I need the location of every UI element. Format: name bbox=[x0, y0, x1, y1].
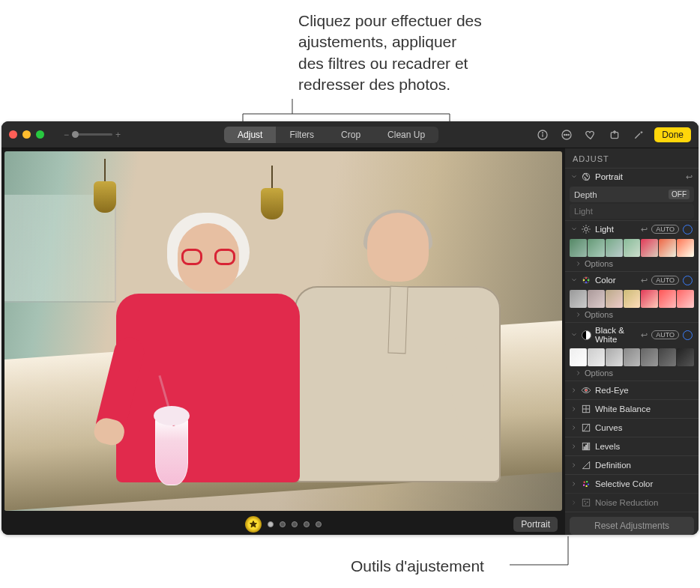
bw-thumbnails[interactable] bbox=[565, 347, 699, 368]
depth-value: OFF bbox=[669, 190, 690, 199]
zoom-track[interactable] bbox=[72, 133, 112, 136]
chevron-right-icon bbox=[571, 406, 577, 412]
section-label: Color bbox=[595, 276, 637, 285]
depth-row[interactable]: Depth OFF bbox=[570, 187, 694, 202]
enable-toggle[interactable] bbox=[683, 225, 693, 234]
chevron-right-icon bbox=[571, 387, 577, 393]
favorite-button[interactable] bbox=[582, 127, 599, 143]
section-header-portrait[interactable]: Portrait ↩ bbox=[565, 169, 699, 185]
reset-icon[interactable]: ↩ bbox=[641, 330, 648, 340]
fullscreen-window-button[interactable] bbox=[36, 130, 44, 139]
svg-point-39 bbox=[583, 485, 585, 486]
done-button[interactable]: Done bbox=[654, 127, 691, 142]
svg-point-42 bbox=[587, 502, 588, 503]
enhance-button[interactable] bbox=[630, 127, 647, 143]
tab-crop[interactable]: Crop bbox=[328, 127, 374, 143]
minimize-window-button[interactable] bbox=[22, 130, 31, 139]
variant-dot-5[interactable] bbox=[316, 521, 322, 527]
reset-adjustments-button[interactable]: Reset Adjustments bbox=[570, 517, 694, 535]
variant-dot-2[interactable] bbox=[280, 521, 286, 527]
triangle-icon bbox=[581, 460, 591, 470]
tab-filters[interactable]: Filters bbox=[276, 127, 328, 143]
levels-icon bbox=[581, 441, 591, 452]
chevron-down-icon bbox=[571, 277, 577, 283]
svg-marker-10 bbox=[250, 521, 257, 528]
auto-button[interactable]: AUTO bbox=[651, 276, 679, 285]
extensions-button[interactable] bbox=[606, 127, 623, 143]
row-redeye[interactable]: Red-Eye bbox=[565, 381, 699, 399]
svg-point-22 bbox=[585, 277, 587, 279]
chevron-right-icon bbox=[571, 462, 577, 468]
section-header-light[interactable]: Light ↩ AUTO bbox=[565, 221, 699, 237]
curves-icon bbox=[581, 422, 591, 433]
svg-point-35 bbox=[584, 482, 585, 483]
noise-icon bbox=[581, 497, 591, 508]
chevron-right-icon bbox=[576, 261, 582, 267]
tab-cleanup[interactable]: Clean Up bbox=[374, 127, 438, 143]
auto-button[interactable]: AUTO bbox=[651, 225, 679, 234]
reset-icon[interactable]: ↩ bbox=[641, 276, 648, 285]
window-controls bbox=[9, 130, 44, 139]
reset-icon[interactable]: ↩ bbox=[641, 225, 648, 234]
svg-rect-33 bbox=[585, 445, 586, 449]
half-circle-icon bbox=[581, 330, 591, 340]
svg-rect-34 bbox=[588, 444, 588, 450]
variant-dot-1[interactable] bbox=[268, 521, 274, 527]
photo-preview[interactable] bbox=[4, 151, 562, 511]
photo-canvas: Portrait bbox=[1, 148, 565, 535]
options-label: Options bbox=[585, 310, 613, 319]
auto-button[interactable]: AUTO bbox=[651, 330, 679, 339]
row-label: Selective Color bbox=[595, 479, 693, 488]
window-body: Portrait ADJUST Portrait ↩ Depth OFF Li bbox=[1, 148, 699, 535]
chevron-down-icon bbox=[571, 226, 577, 232]
row-whitebalance[interactable]: White Balance bbox=[565, 399, 699, 418]
chevron-right-icon bbox=[571, 481, 577, 487]
svg-point-12 bbox=[585, 228, 588, 231]
variant-dot-4[interactable] bbox=[304, 521, 310, 527]
more-button[interactable] bbox=[558, 127, 575, 143]
portrait-mode-button[interactable]: Portrait bbox=[513, 517, 558, 532]
zoom-slider[interactable]: − + bbox=[64, 130, 121, 140]
svg-line-18 bbox=[588, 231, 589, 232]
enable-toggle[interactable] bbox=[683, 276, 693, 285]
zoom-thumb[interactable] bbox=[72, 131, 79, 138]
row-selective-color[interactable]: Selective Color bbox=[565, 474, 699, 493]
row-label: Curves bbox=[595, 423, 693, 432]
grid-icon bbox=[581, 404, 591, 414]
light-options[interactable]: Options bbox=[565, 258, 699, 271]
light-thumbnails[interactable] bbox=[565, 237, 699, 258]
app-window: − + Adjust Filters Crop Clean Up bbox=[1, 121, 699, 535]
row-curves[interactable]: Curves bbox=[565, 418, 699, 437]
color-thumbnails[interactable] bbox=[565, 288, 699, 309]
tab-adjust[interactable]: Adjust bbox=[224, 127, 276, 143]
svg-point-26 bbox=[585, 389, 588, 392]
callout-top: Cliquez pour effectuer des ajustements, … bbox=[298, 10, 538, 95]
close-window-button[interactable] bbox=[9, 130, 17, 139]
section-header-color[interactable]: Color ↩ AUTO bbox=[565, 272, 699, 288]
row-definition[interactable]: Definition bbox=[565, 455, 699, 474]
svg-point-6 bbox=[568, 134, 569, 135]
svg-point-5 bbox=[567, 134, 567, 135]
canvas-footer: Portrait bbox=[1, 514, 565, 535]
callout-bottom: Outils d'ajustement bbox=[351, 556, 484, 577]
enable-toggle[interactable] bbox=[683, 330, 693, 340]
color-options[interactable]: Options bbox=[565, 309, 699, 322]
row-label: Levels bbox=[595, 442, 693, 451]
info-button[interactable] bbox=[534, 127, 551, 143]
portrait-badge-icon[interactable] bbox=[245, 516, 262, 533]
chevron-right-icon bbox=[571, 500, 577, 506]
svg-point-38 bbox=[585, 485, 587, 487]
section-header-bw[interactable]: Black & White ↩ AUTO bbox=[565, 323, 699, 347]
reset-icon[interactable]: ↩ bbox=[686, 172, 693, 182]
row-noise-reduction[interactable]: Noise Reduction bbox=[565, 493, 699, 512]
chevron-right-icon bbox=[576, 370, 582, 376]
svg-point-4 bbox=[564, 134, 565, 135]
chevron-right-icon bbox=[571, 443, 577, 449]
bw-options[interactable]: Options bbox=[565, 368, 699, 381]
options-label: Options bbox=[585, 369, 613, 378]
variant-dot-3[interactable] bbox=[292, 521, 298, 527]
row-levels[interactable]: Levels bbox=[565, 437, 699, 455]
toolbar-right: Done bbox=[534, 127, 691, 143]
zoom-plus-icon: + bbox=[115, 130, 121, 140]
section-label: Portrait bbox=[595, 172, 682, 181]
